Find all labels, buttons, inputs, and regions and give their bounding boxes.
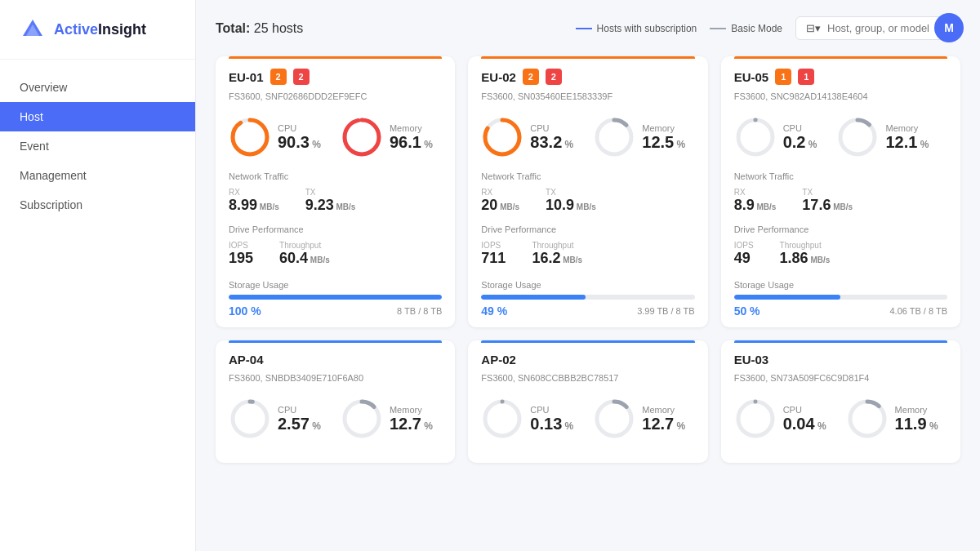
card-subtitle: FS3600, SNF02686DDD2EF9EFC	[216, 91, 455, 109]
card-ap-02[interactable]: AP-02 FS3600, SN608CCBBB2BC78517 CPU 0.1…	[468, 340, 707, 463]
card-metrics: CPU 0.13 % Memory 12.7 %	[468, 391, 707, 450]
iops-metric: IOPS 711	[481, 241, 506, 268]
sidebar-item-event[interactable]: Event	[0, 131, 195, 161]
cpu-metric: CPU 90.3 %	[229, 116, 321, 158]
legend-subscription-label: Hosts with subscription	[597, 23, 697, 34]
card-subtitle: FS3600, SN73A509FC6C9D81F4	[721, 373, 960, 391]
logo: ActiveInsight	[0, 0, 195, 60]
card-header: AP-02	[468, 343, 707, 373]
cpu-info: CPU 0.2 %	[783, 123, 817, 151]
cpu-gauge	[734, 116, 777, 158]
logo-text: ActiveInsight	[54, 21, 146, 38]
storage-bar-fill	[229, 295, 442, 300]
sidebar-item-management[interactable]: Management	[0, 161, 195, 190]
memory-metric: Memory 96.1 %	[341, 116, 433, 158]
cpu-gauge	[229, 116, 271, 158]
storage-label: Storage Usage	[229, 280, 442, 290]
legend-subscription: Hosts with subscription	[576, 23, 697, 34]
svg-point-14	[233, 402, 267, 436]
card-subtitle: FS3600, SNC982AD14138E4604	[721, 91, 960, 109]
memory-info: Memory 12.1 %	[885, 123, 929, 151]
throughput-metric: Throughput 16.2 MB/s	[532, 241, 582, 268]
memory-metric: Memory 11.9 %	[846, 398, 938, 440]
network-traffic-label: Network Traffic	[468, 168, 707, 184]
filter-icon: ⊟▾	[806, 22, 821, 34]
throughput-metric: Throughput 60.4 MB/s	[279, 241, 330, 268]
memory-info: Memory 12.5 %	[642, 123, 685, 151]
drive-perf-label: Drive Performance	[216, 221, 455, 238]
card-header: EU-02 22	[468, 59, 707, 91]
card-title: EU-03	[734, 353, 769, 367]
storage-bar-fill	[481, 295, 586, 300]
memory-info: Memory 12.7 %	[390, 405, 433, 433]
card-metrics: CPU 90.3 % Memory 96.1 %	[216, 109, 455, 168]
cpu-gauge	[229, 398, 271, 440]
storage-bar-bg	[734, 295, 947, 300]
card-title: EU-01	[229, 70, 264, 84]
card-eu-05[interactable]: EU-05 11 FS3600, SNC982AD14138E4604 CPU …	[721, 56, 960, 327]
network-traffic-label: Network Traffic	[216, 168, 455, 184]
cpu-gauge	[481, 398, 523, 440]
storage-label: Storage Usage	[734, 280, 947, 290]
card-metrics: CPU 0.2 % Memory 12.1 %	[721, 109, 960, 168]
main-content: M Total: 25 hosts Hosts with subscriptio…	[196, 0, 980, 551]
card-title: EU-02	[481, 70, 516, 84]
network-row: RX 8.9 MB/s TX 17.6 MB/s	[721, 184, 960, 221]
header-row: Total: 25 hosts Hosts with subscription …	[216, 16, 960, 40]
memory-info: Memory 96.1 %	[390, 123, 433, 151]
card-eu-02[interactable]: EU-02 22 FS3600, SN035460EE1583339F CPU …	[468, 56, 707, 327]
legend-basic-label: Basic Mode	[731, 23, 782, 34]
cpu-metric: CPU 83.2 %	[481, 116, 573, 158]
storage-pct: 50 %	[734, 304, 760, 318]
memory-gauge	[341, 398, 383, 440]
cpu-metric: CPU 0.13 %	[481, 398, 573, 440]
card-ap-04[interactable]: AP-04 FS3600, SNBDB3409E710F6A80 CPU 2.5…	[216, 340, 455, 463]
drive-perf-label: Drive Performance	[721, 221, 960, 238]
card-header: AP-04	[216, 343, 455, 373]
sidebar-nav: Overview Host Event Management Subscript…	[0, 60, 195, 233]
memory-metric: Memory 12.1 %	[836, 116, 929, 158]
legend-subscription-line	[576, 28, 592, 29]
sidebar-item-subscription[interactable]: Subscription	[0, 190, 195, 220]
iops-metric: IOPS 195	[229, 241, 253, 268]
filter-input[interactable]	[827, 22, 950, 34]
cpu-info: CPU 0.04 %	[783, 405, 826, 433]
rx-metric: RX 8.99 MB/s	[229, 188, 279, 215]
tx-metric: TX 9.23 MB/s	[305, 188, 356, 215]
card-subtitle: FS3600, SNBDB3409E710F6A80	[216, 373, 455, 391]
card-eu-01[interactable]: EU-01 22 FS3600, SNF02686DDD2EF9EFC CPU …	[216, 56, 455, 327]
memory-gauge	[846, 398, 889, 440]
storage-detail: 8 TB / 8 TB	[397, 306, 442, 316]
user-avatar[interactable]: M	[934, 13, 964, 42]
cpu-info: CPU 83.2 %	[530, 123, 573, 151]
card-subtitle: FS3600, SN035460EE1583339F	[468, 91, 707, 109]
sidebar-item-host[interactable]: Host	[0, 102, 195, 131]
header-right: Hosts with subscription Basic Mode ⊟▾	[576, 16, 960, 40]
cpu-metric: CPU 0.04 %	[734, 398, 826, 440]
rx-metric: RX 20 MB/s	[481, 188, 519, 215]
cpu-info: CPU 0.13 %	[530, 405, 573, 433]
svg-point-10	[738, 120, 773, 154]
storage-section: Storage Usage 50 % 4.06 TB / 8 TB	[721, 273, 960, 327]
memory-info: Memory 12.7 %	[642, 405, 685, 433]
card-eu-03[interactable]: EU-03 FS3600, SN73A509FC6C9D81F4 CPU 0.0…	[721, 340, 960, 463]
cpu-metric: CPU 2.57 %	[229, 398, 321, 440]
network-traffic-label: Network Traffic	[721, 168, 960, 184]
card-metrics: CPU 0.04 % Memory 11.9 %	[721, 391, 960, 450]
network-row: RX 20 MB/s TX 10.9 MB/s	[468, 184, 707, 221]
legend: Hosts with subscription Basic Mode	[576, 23, 782, 34]
card-title: EU-05	[734, 70, 769, 84]
memory-gauge	[836, 116, 879, 158]
iops-metric: IOPS 49	[734, 241, 754, 268]
total-label: Total: 25 hosts	[216, 21, 303, 36]
cpu-info: CPU 2.57 %	[278, 405, 321, 433]
storage-bar-fill	[734, 295, 841, 300]
badge: 2	[293, 69, 310, 85]
storage-bar-bg	[229, 295, 442, 300]
sidebar-item-overview[interactable]: Overview	[0, 73, 195, 102]
logo-icon	[20, 16, 46, 42]
card-subtitle: FS3600, SN608CCBBB2BC78517	[468, 373, 707, 391]
storage-section: Storage Usage 100 % 8 TB / 8 TB	[216, 273, 455, 327]
svg-point-5	[345, 120, 379, 154]
cpu-info: CPU 90.3 %	[278, 123, 321, 151]
